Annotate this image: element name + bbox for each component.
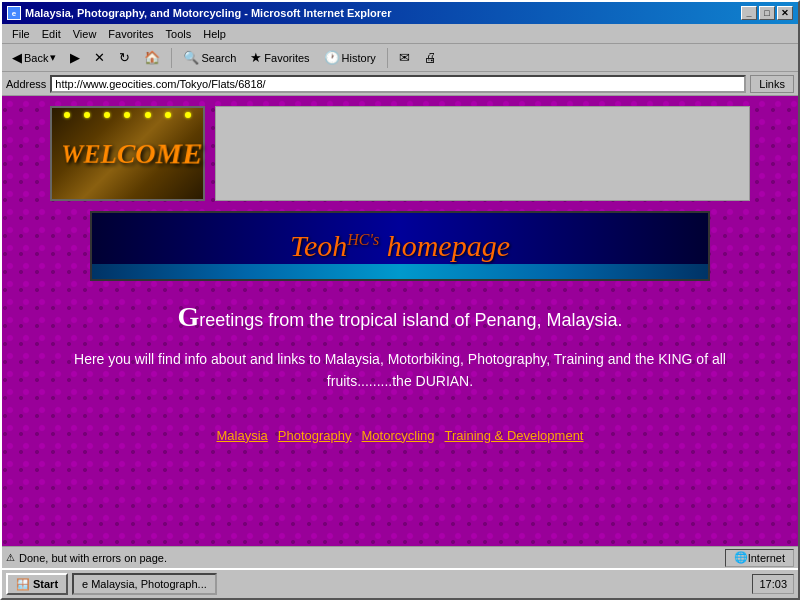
title-buttons: _ □ ✕ — [741, 6, 793, 20]
toolbar-separator-2 — [387, 48, 388, 68]
stop-button[interactable]: ✕ — [88, 47, 111, 68]
menu-bar: File Edit View Favorites Tools Help — [2, 24, 798, 44]
start-button[interactable]: 🪟 Start — [6, 573, 68, 595]
mail-icon: ✉ — [399, 50, 410, 65]
menu-view[interactable]: View — [67, 26, 103, 42]
status-text: Done, but with errors on page. — [19, 552, 721, 564]
zone-icon: 🌐 — [734, 551, 748, 564]
address-bar: Address Links — [2, 72, 798, 96]
refresh-icon: ↻ — [119, 50, 130, 65]
start-icon: 🪟 — [16, 578, 30, 591]
menu-favorites[interactable]: Favorites — [102, 26, 159, 42]
light-4 — [124, 112, 130, 118]
title-bar: e Malaysia, Photography, and Motorcyclin… — [2, 2, 798, 24]
minimize-button[interactable]: _ — [741, 6, 757, 20]
welcome-text: WELCOME — [61, 136, 203, 170]
banner-placeholder — [215, 106, 750, 201]
status-right: 🌐 Internet — [725, 549, 794, 567]
welcome-lights — [52, 112, 203, 118]
homepage-banner: TeohHC's homepage — [90, 211, 710, 281]
light-2 — [84, 112, 90, 118]
history-icon: 🕐 — [324, 50, 340, 65]
menu-edit[interactable]: Edit — [36, 26, 67, 42]
browser-icon: e — [7, 6, 21, 20]
nav-motorcycling[interactable]: Motorcycling — [362, 428, 435, 443]
nav-photography[interactable]: Photography — [278, 428, 352, 443]
address-label: Address — [6, 78, 46, 90]
homepage-title: TeohHC's homepage — [290, 229, 510, 263]
top-section: WELCOME — [50, 106, 750, 201]
refresh-button[interactable]: ↻ — [113, 47, 136, 68]
back-icon: ◀ — [12, 50, 22, 65]
web-content[interactable]: WELCOME TeohHC's homepage Greetings from… — [2, 96, 798, 546]
stop-icon: ✕ — [94, 50, 105, 65]
nav-training[interactable]: Training & Development — [445, 428, 584, 443]
toolbar-separator-1 — [171, 48, 172, 68]
zone-label: Internet — [748, 552, 785, 564]
favorites-button[interactable]: ★ Favorites — [244, 47, 315, 68]
favorites-icon: ★ — [250, 50, 262, 65]
light-5 — [145, 112, 151, 118]
forward-icon: ▶ — [70, 50, 80, 65]
home-icon: 🏠 — [144, 50, 160, 65]
menu-help[interactable]: Help — [197, 26, 232, 42]
home-button[interactable]: 🏠 — [138, 47, 166, 68]
page-background: WELCOME TeohHC's homepage Greetings from… — [2, 96, 798, 546]
light-7 — [185, 112, 191, 118]
taskbar: 🪟 Start e Malaysia, Photograph... 17:03 — [2, 568, 798, 598]
toolbar: ◀ Back ▾ ▶ ✕ ↻ 🏠 🔍 Search ★ Favorites 🕐 … — [2, 44, 798, 72]
greeting-first-letter: G — [177, 301, 199, 332]
light-3 — [104, 112, 110, 118]
status-zone: 🌐 Internet — [725, 549, 794, 567]
menu-tools[interactable]: Tools — [160, 26, 198, 42]
nav-links: Malaysia Photography Motorcycling Traini… — [217, 428, 584, 443]
menu-file[interactable]: File — [6, 26, 36, 42]
browser-window: e Malaysia, Photography, and Motorcyclin… — [0, 0, 800, 600]
search-icon: 🔍 — [183, 50, 199, 65]
greeting-rest: reetings from the tropical island of Pen… — [199, 310, 622, 330]
close-button[interactable]: ✕ — [777, 6, 793, 20]
address-input[interactable] — [50, 75, 746, 93]
links-button[interactable]: Links — [750, 75, 794, 93]
greeting-body: Here you will find info about and links … — [50, 348, 750, 393]
print-button[interactable]: 🖨 — [418, 47, 443, 68]
light-1 — [64, 112, 70, 118]
status-bar: ⚠ Done, but with errors on page. 🌐 Inter… — [2, 546, 798, 568]
nav-malaysia[interactable]: Malaysia — [217, 428, 268, 443]
print-icon: 🖨 — [424, 50, 437, 65]
search-button[interactable]: 🔍 Search — [177, 47, 242, 68]
maximize-button[interactable]: □ — [759, 6, 775, 20]
welcome-image: WELCOME — [50, 106, 205, 201]
warning-icon: ⚠ — [6, 552, 15, 563]
back-button[interactable]: ◀ Back ▾ — [6, 47, 62, 68]
greeting-line1: Greetings from the tropical island of Pe… — [50, 301, 750, 333]
taskbar-clock: 17:03 — [752, 574, 794, 594]
light-6 — [165, 112, 171, 118]
forward-button[interactable]: ▶ — [64, 47, 86, 68]
greeting-section: Greetings from the tropical island of Pe… — [50, 301, 750, 393]
taskbar-app-ie[interactable]: e Malaysia, Photograph... — [72, 573, 217, 595]
history-button[interactable]: 🕐 History — [318, 47, 382, 68]
ie-icon: e — [82, 578, 88, 590]
window-title: Malaysia, Photography, and Motorcycling … — [25, 7, 392, 19]
title-bar-left: e Malaysia, Photography, and Motorcyclin… — [7, 6, 392, 20]
mail-button[interactable]: ✉ — [393, 47, 416, 68]
